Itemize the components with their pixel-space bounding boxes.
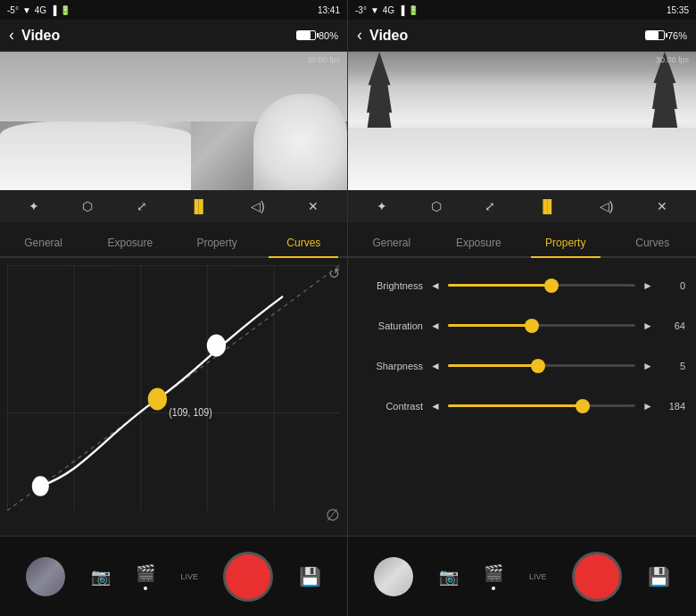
left-video-split	[0, 52, 347, 190]
left-live-mode-icon[interactable]: LIVE	[180, 572, 198, 581]
brightness-row: Brightness ◄ ► 0	[359, 265, 685, 305]
left-active-dot	[144, 587, 147, 590]
left-wifi-icon: ▼	[22, 5, 31, 15]
sharpness-arrow-left[interactable]: ◄	[430, 360, 441, 372]
contrast-row: Contrast ◄ ► 184	[359, 386, 685, 426]
left-curve-svg: (109, 109)	[7, 265, 340, 511]
right-volume-icon[interactable]: ◁)	[600, 199, 614, 213]
sharpness-thumb[interactable]	[531, 359, 545, 373]
left-record-button[interactable]	[223, 552, 273, 602]
sharpness-track[interactable]	[448, 364, 635, 367]
saturation-label: Saturation	[359, 320, 423, 331]
right-live-mode-icon[interactable]: LIVE	[529, 572, 547, 581]
saturation-thumb[interactable]	[525, 319, 539, 333]
contrast-arrow-left[interactable]: ◄	[430, 400, 441, 412]
right-title: Video	[369, 28, 645, 44]
left-back-button[interactable]: ‹	[9, 26, 14, 45]
left-vr-icon[interactable]: ⬡	[82, 199, 93, 213]
brightness-arrow-right[interactable]: ►	[642, 279, 653, 292]
sharpness-label: Sharpness	[359, 361, 423, 371]
right-fullscreen-icon[interactable]: ⤢	[485, 199, 495, 213]
left-tab-curves[interactable]: Curves	[261, 229, 347, 256]
svg-point-1	[33, 478, 48, 495]
right-tab-curves[interactable]: Curves	[609, 229, 697, 256]
sharpness-value: 5	[660, 361, 685, 371]
right-tab-exposure[interactable]: Exposure	[435, 229, 523, 256]
right-vr-icon[interactable]: ⬡	[431, 199, 442, 213]
left-tab-general[interactable]: General	[0, 229, 87, 256]
right-video-icon: 🎬	[484, 563, 503, 583]
contrast-fill	[448, 404, 583, 407]
left-title: Video	[21, 28, 296, 44]
left-cam2	[191, 52, 347, 190]
left-time: 13:41	[318, 5, 340, 15]
right-signal: 4G	[383, 5, 394, 15]
saturation-track[interactable]	[448, 324, 635, 327]
right-status-left: -3° ▼ 4G ▐ 🔋	[355, 5, 418, 15]
contrast-thumb[interactable]	[576, 399, 590, 413]
right-control-bar: ✦ ⬡ ⤢ ▐▌ ◁) ✕	[348, 190, 696, 222]
left-curve-canvas: (109, 109)	[7, 265, 340, 511]
right-back-button[interactable]: ‹	[357, 26, 362, 45]
left-clear-curve-icon[interactable]: ∅	[326, 505, 340, 525]
right-thumbnail	[374, 557, 413, 596]
right-camera-mode-icon[interactable]: 📷	[439, 567, 459, 587]
left-status-right: 13:41	[318, 5, 340, 15]
contrast-track[interactable]	[448, 404, 635, 407]
left-battery-fill	[297, 31, 311, 39]
left-panel: -5° ▼ 4G ▐ 🔋 13:41 ‹ Video 80%	[0, 0, 348, 616]
left-battery-bar: 🔋	[60, 5, 70, 15]
right-live-label: LIVE	[529, 572, 547, 581]
contrast-arrow-right[interactable]: ►	[642, 400, 653, 412]
left-tab-property[interactable]: Property	[174, 229, 261, 256]
left-control-bar: ✦ ⬡ ⤢ ▐▌ ◁) ✕	[0, 190, 347, 222]
left-volume-icon[interactable]: ◁)	[251, 199, 265, 213]
left-fullscreen-icon[interactable]: ⤢	[137, 199, 147, 213]
sharpness-row: Sharpness ◄ ► 5	[359, 345, 685, 386]
right-tab-general[interactable]: General	[348, 229, 435, 256]
left-tab-exposure[interactable]: Exposure	[87, 229, 173, 256]
right-battery-fill	[646, 31, 659, 39]
left-save-icon[interactable]: 💾	[299, 566, 321, 587]
right-chart-icon[interactable]: ▐▌	[538, 199, 556, 213]
brightness-fill	[448, 284, 551, 287]
left-thumbnail	[26, 557, 65, 596]
left-title-bar: ‹ Video 80%	[0, 20, 347, 52]
left-status-bar: -5° ▼ 4G ▐ 🔋 13:41	[0, 0, 347, 20]
right-status-bar: -3° ▼ 4G ▐ 🔋 15:35	[348, 0, 696, 20]
left-camera-icon: 📷	[91, 567, 111, 587]
left-video-mode-icon[interactable]: 🎬	[136, 563, 155, 590]
right-close-icon[interactable]: ✕	[657, 199, 667, 213]
left-fps-badge: 30.00 fps	[307, 55, 340, 64]
left-close-icon[interactable]: ✕	[308, 199, 319, 213]
left-signal: 4G	[35, 5, 46, 15]
right-video-mode-icon[interactable]: 🎬	[484, 563, 503, 590]
left-signal-bars: ▐	[50, 5, 56, 15]
left-settings-icon[interactable]: ✦	[29, 199, 39, 213]
right-record-button[interactable]	[572, 552, 622, 602]
brightness-track[interactable]	[448, 284, 635, 287]
right-settings-icon[interactable]: ✦	[377, 199, 387, 213]
left-temp: -5°	[7, 5, 19, 15]
right-video-preview: 30.00 fps	[348, 52, 696, 190]
right-save-icon[interactable]: 💾	[648, 566, 670, 587]
saturation-arrow-right[interactable]: ►	[642, 320, 653, 332]
left-cam1	[0, 52, 191, 190]
sharpness-fill	[448, 364, 538, 367]
right-camera-icon: 📷	[439, 567, 459, 587]
left-sky	[0, 52, 191, 121]
right-battery-pct: 76%	[667, 30, 687, 41]
right-tab-property[interactable]: Property	[522, 229, 609, 256]
saturation-arrow-left[interactable]: ◄	[430, 320, 441, 332]
left-chart-icon[interactable]: ▐▌	[190, 199, 208, 213]
brightness-thumb[interactable]	[544, 279, 559, 293]
right-property-panel: Brightness ◄ ► 0 Saturation ◄ ► 64 Sharp…	[348, 258, 696, 536]
right-pano-snow	[348, 128, 696, 190]
left-video-icon: 🎬	[136, 563, 155, 583]
svg-point-3	[208, 336, 225, 356]
left-curves-panel: ↺ (109, 109) ∅	[0, 258, 347, 536]
brightness-arrow-left[interactable]: ◄	[430, 279, 441, 292]
sharpness-arrow-right[interactable]: ►	[642, 360, 653, 372]
left-camera-mode-icon[interactable]: 📷	[91, 567, 111, 587]
right-wifi-icon: ▼	[370, 5, 379, 15]
